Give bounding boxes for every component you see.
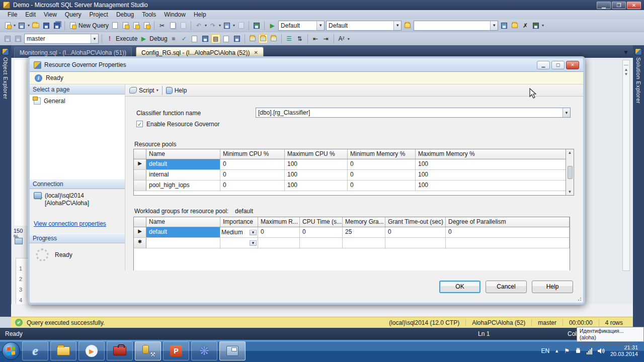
dialog-maximize-button[interactable]: ▢ bbox=[551, 61, 565, 69]
parse-icon[interactable]: ✓ bbox=[180, 34, 189, 43]
combo-arrow-icon[interactable]: ▼ bbox=[91, 34, 98, 43]
memory-grant-cell[interactable]: 25 bbox=[343, 227, 385, 237]
query-options-icon[interactable]: ⇅ bbox=[295, 34, 304, 43]
col-cpu-time[interactable]: CPU Time (s... bbox=[300, 217, 343, 227]
redo-icon[interactable]: ↷ bbox=[208, 21, 217, 30]
combo-arrow-icon[interactable]: ▼ bbox=[250, 240, 257, 246]
new-cell[interactable] bbox=[343, 238, 385, 248]
save-all-icon[interactable] bbox=[52, 21, 61, 30]
activity-monitor-icon[interactable] bbox=[17, 21, 26, 30]
combo-arrow-icon[interactable]: ▼ bbox=[250, 230, 257, 235]
menu-window[interactable]: Window bbox=[160, 11, 189, 19]
options-tools-icon[interactable]: ✗ bbox=[521, 21, 530, 30]
language-indicator[interactable]: EN bbox=[541, 347, 550, 354]
close-button[interactable]: ✕ bbox=[627, 2, 641, 9]
combo-arrow-icon[interactable]: ▼ bbox=[393, 21, 401, 30]
pool-min-cpu-cell[interactable]: 0 bbox=[220, 170, 285, 180]
cpu-time-cell[interactable]: 0 bbox=[300, 227, 343, 237]
cut-icon[interactable]: ✂ bbox=[157, 21, 167, 30]
pool-min-cpu-cell[interactable]: 0 bbox=[220, 159, 285, 169]
tab-close-icon[interactable]: ✕ bbox=[254, 50, 258, 55]
pool-max-mem-cell[interactable]: 100 bbox=[416, 180, 574, 191]
dialog-minimize-button[interactable]: ▁ bbox=[537, 61, 550, 69]
restore-button[interactable]: ❐ bbox=[612, 2, 626, 9]
toolbar-overflow-icon[interactable]: ▾ bbox=[542, 23, 544, 28]
debug-icon[interactable]: ▶ bbox=[139, 34, 148, 43]
pool-max-cpu-cell[interactable]: 100 bbox=[285, 180, 348, 191]
taskbar-app-flower[interactable]: ❋ bbox=[191, 341, 217, 360]
ide-icon[interactable] bbox=[531, 21, 540, 30]
debug-button[interactable]: Debug bbox=[149, 35, 167, 42]
comment-icon[interactable] bbox=[248, 34, 257, 43]
properties-icon[interactable] bbox=[236, 21, 246, 30]
taskbar-internet-explorer[interactable]: e bbox=[22, 341, 48, 360]
registered-servers-icon[interactable] bbox=[252, 21, 261, 30]
taskbar-powerpoint[interactable]: P bbox=[163, 341, 189, 360]
col-degree-parallelism[interactable]: Degree of Parallelism bbox=[446, 217, 570, 227]
ok-button[interactable]: OK bbox=[439, 281, 480, 293]
page-item-general[interactable]: General bbox=[33, 97, 122, 106]
outline-icon[interactable] bbox=[269, 34, 278, 43]
increase-indent-icon[interactable]: ⇥ bbox=[321, 34, 331, 43]
object-explorer-tab[interactable]: Object Explorer bbox=[0, 45, 11, 99]
dialog-close-button[interactable]: ✕ bbox=[566, 61, 579, 69]
help-button[interactable]: Help bbox=[532, 281, 573, 293]
new-query-icon[interactable] bbox=[68, 21, 77, 30]
scroll-up-icon[interactable]: ▲ bbox=[624, 67, 628, 72]
editor-vertical-scrollbar[interactable]: ▲ ▼ bbox=[622, 60, 630, 271]
dialog-titlebar[interactable]: Resource Governor Properties ▁ ▢ ✕ bbox=[30, 58, 583, 71]
filter-combo[interactable]: ▼ bbox=[414, 21, 498, 31]
taskbar-windows-explorer[interactable] bbox=[50, 341, 76, 360]
new-cell[interactable] bbox=[300, 238, 343, 248]
classifier-function-combo[interactable]: [dbo].[rg_Classifier] ▼ bbox=[256, 108, 571, 118]
disconnect-icon[interactable] bbox=[14, 34, 23, 43]
pool-row-default[interactable]: ▶ default 0 100 0 100 bbox=[134, 159, 574, 170]
pool-max-mem-cell[interactable]: 100 bbox=[416, 170, 574, 180]
menu-debug[interactable]: Debug bbox=[113, 11, 137, 19]
workload-new-row[interactable]: ✱ ▼ bbox=[134, 238, 570, 248]
scroll-down-icon[interactable]: ▼ bbox=[568, 190, 572, 194]
new-cell[interactable] bbox=[258, 238, 300, 248]
pool-max-cpu-cell[interactable]: 100 bbox=[285, 159, 348, 169]
object-search-icon[interactable] bbox=[510, 21, 519, 30]
navigate-icon[interactable] bbox=[222, 21, 231, 30]
menu-help[interactable]: Help bbox=[190, 11, 210, 19]
combo-arrow-icon[interactable]: ▼ bbox=[562, 108, 570, 117]
degree-parallelism-cell[interactable]: 0 bbox=[446, 227, 570, 237]
scrollbar-thumb[interactable] bbox=[568, 166, 573, 179]
undo-icon[interactable]: ↶ bbox=[194, 21, 203, 30]
grant-timeout-cell[interactable]: 0 bbox=[385, 227, 446, 237]
col-min-cpu[interactable]: Minimum CPU % bbox=[220, 149, 285, 159]
tab-scroll-down-icon[interactable]: ▼ bbox=[623, 49, 629, 56]
toolbar2-overflow-icon[interactable]: ▾ bbox=[348, 37, 350, 41]
stop-icon[interactable]: ■ bbox=[169, 34, 178, 43]
open-file-icon[interactable] bbox=[31, 21, 40, 30]
dialog-resize-grip[interactable] bbox=[576, 295, 582, 301]
col-memory-grant[interactable]: Memory Gra... bbox=[343, 217, 385, 227]
menu-project[interactable]: Project bbox=[86, 11, 112, 19]
solution-explorer-tab[interactable]: Solution Explorer bbox=[633, 45, 644, 104]
col-max-requests[interactable]: Maximum R... bbox=[258, 217, 300, 227]
taskbar-admin-toolbox[interactable] bbox=[107, 341, 133, 360]
pool-min-mem-cell[interactable]: 0 bbox=[348, 180, 416, 191]
save-icon[interactable] bbox=[42, 21, 51, 30]
start-playback-icon[interactable]: ▶ bbox=[268, 21, 277, 30]
deadlock-combo[interactable]: Default ▼ bbox=[278, 21, 325, 31]
combo-arrow-icon[interactable]: ▼ bbox=[490, 21, 498, 30]
new-cell[interactable] bbox=[385, 238, 446, 248]
database-combo[interactable]: master ▼ bbox=[24, 34, 99, 44]
taskbar-media-player[interactable]: ▶ bbox=[78, 341, 105, 360]
new-query-button[interactable]: New Query bbox=[78, 22, 109, 29]
volume-icon[interactable] bbox=[597, 347, 605, 354]
results-grid-icon[interactable] bbox=[222, 34, 231, 43]
results-grid-tab-icon[interactable] bbox=[15, 238, 23, 244]
scroll-down-icon[interactable]: ▼ bbox=[624, 72, 628, 76]
max-requests-cell[interactable]: 0 bbox=[258, 227, 300, 237]
pool-min-mem-cell[interactable]: 0 bbox=[348, 159, 416, 169]
pool-row-internal[interactable]: internal 0 100 0 100 bbox=[134, 170, 574, 180]
col-max-cpu[interactable]: Maximum CPU % bbox=[285, 149, 348, 159]
network-signal-icon[interactable] bbox=[587, 348, 592, 354]
connect-icon[interactable] bbox=[3, 34, 12, 43]
minimize-button[interactable]: ▁ bbox=[597, 2, 611, 9]
new-cell[interactable] bbox=[446, 238, 570, 248]
